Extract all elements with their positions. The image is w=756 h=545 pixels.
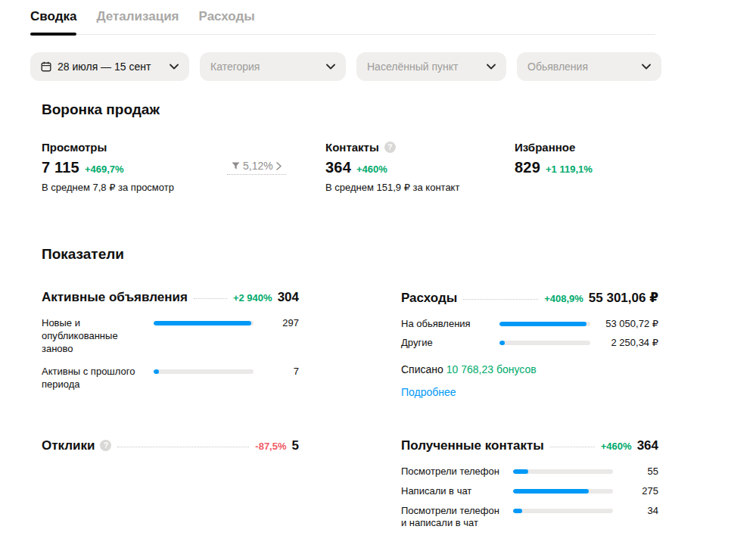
- date-range-label: 28 июля — 15 сент: [58, 61, 151, 73]
- listings-filter-label: Обьявления: [527, 61, 588, 73]
- card-expenses-value: 55 301,06 ₽: [589, 290, 658, 306]
- bar-row-value: 34: [622, 505, 658, 516]
- bar-fill: [513, 489, 589, 494]
- metric-views: Просмотры 7 115 +469,7% В среднем 7,8 ₽ …: [42, 141, 227, 193]
- metric-contacts-delta: +460%: [356, 164, 387, 175]
- bar-row-label: Активны с прошлого периода: [42, 366, 154, 391]
- location-filter[interactable]: Населённый пункт: [356, 52, 506, 81]
- bar-row-label: Новые и опубликованные заново: [42, 317, 154, 356]
- bar-row-value: 7: [263, 366, 299, 377]
- funnel-metrics: Просмотры 7 115 +469,7% В среднем 7,8 ₽ …: [42, 141, 756, 193]
- metric-contacts-caption: В среднем 151,9 ₽ за контакт: [325, 182, 515, 193]
- bar-track: [499, 341, 590, 345]
- card-responses: Отклики ? -87,5% 5: [42, 438, 299, 531]
- calendar-icon: [41, 61, 51, 72]
- dotted-leader: [194, 298, 227, 299]
- card-received-contacts-title: Полученные контакты: [401, 438, 544, 453]
- bar-fill: [513, 509, 522, 513]
- filters-bar: 28 июля — 15 сент Категория Населённый п…: [30, 52, 756, 81]
- metric-favorites-delta: +1 119,1%: [546, 164, 593, 175]
- bar-fill: [154, 369, 159, 374]
- bar-row-other-expenses: Другие 2 250,34 ₽: [401, 337, 658, 350]
- metric-favorites: Избранное 829 +1 119,1%: [515, 141, 593, 193]
- card-responses-delta: -87,5%: [255, 441, 286, 452]
- bar-row-viewed-phone: Посмотрели телефон 55: [401, 466, 658, 478]
- bar-track: [513, 469, 613, 474]
- bar-row-value: 55: [622, 466, 658, 477]
- question-icon[interactable]: ?: [384, 142, 396, 153]
- metric-contacts: Контакты ? 364 +460% В среднем 151,9 ₽ з…: [325, 141, 515, 193]
- bar-row-value: 2 250,34 ₽: [599, 337, 658, 348]
- listings-filter[interactable]: Обьявления: [517, 52, 661, 81]
- bar-track: [154, 321, 254, 325]
- tab-details[interactable]: Детализация: [96, 9, 179, 34]
- details-link[interactable]: Подробнее: [401, 386, 456, 398]
- dotted-leader: [463, 299, 538, 300]
- metric-contacts-label: Контакты: [325, 141, 379, 154]
- chevron-down-icon: [170, 64, 179, 70]
- bar-fill: [513, 469, 528, 474]
- bar-row-viewed-and-wrote: Посмотрели телефон и написали в чат 34: [401, 505, 658, 531]
- metric-contacts-value: 364: [325, 159, 351, 176]
- metric-views-delta: +469,7%: [85, 164, 124, 175]
- card-active-listings-delta: +2 940%: [233, 292, 272, 304]
- card-received-contacts-value: 364: [637, 438, 658, 453]
- date-range-filter[interactable]: 28 июля — 15 сент: [30, 52, 189, 81]
- card-expenses-title: Расходы: [401, 291, 457, 306]
- card-responses-value: 5: [292, 438, 299, 453]
- bar-row-value: 297: [263, 317, 299, 329]
- metric-views-caption: В среднем 7,8 ₽ за просмотр: [42, 182, 227, 193]
- category-filter-label: Категория: [210, 61, 260, 73]
- indicator-cards: Активные объявления +2 940% 304 Новые и …: [42, 290, 756, 530]
- question-icon[interactable]: ?: [100, 440, 111, 451]
- tab-expenses[interactable]: Расходы: [199, 9, 255, 34]
- bar-row-wrote-chat: Написали в чат 275: [401, 485, 658, 498]
- bar-row-label: Написали в чат: [401, 485, 513, 498]
- metric-favorites-value: 829: [515, 159, 540, 176]
- metric-favorites-label: Избранное: [515, 141, 593, 154]
- analytics-page: Сводка Детализация Расходы 28 июля — 15 …: [0, 9, 756, 545]
- funnel-icon: [232, 162, 240, 170]
- metric-views-label: Просмотры: [42, 141, 227, 154]
- bar-track: [499, 322, 590, 326]
- bar-row-active-previous: Активны с прошлого периода 7: [42, 366, 299, 391]
- card-received-contacts-delta: +460%: [601, 441, 632, 452]
- bar-row-label: Посмотрели телефон: [401, 466, 513, 478]
- card-responses-title-wrap: Отклики ?: [42, 438, 111, 453]
- funnel-section-title: Воронка продаж: [42, 101, 756, 118]
- bar-row-value: 53 050,72 ₽: [599, 318, 658, 329]
- indicators-section-title: Показатели: [42, 246, 756, 263]
- conversion-wrap: 5,12%: [227, 141, 325, 193]
- bar-row-on-listings: На обьявления 53 050,72 ₽: [401, 318, 658, 331]
- dotted-leader: [550, 447, 595, 447]
- card-expenses-delta: +408,9%: [544, 293, 583, 304]
- bar-track: [513, 509, 613, 513]
- bonuses-note-prefix: Списано: [401, 363, 443, 375]
- location-filter-label: Населённый пункт: [367, 61, 458, 73]
- category-filter[interactable]: Категория: [200, 52, 346, 81]
- bar-row-label: Другие: [401, 337, 499, 350]
- card-expenses: Расходы +408,9% 55 301,06 ₽ На обьявлени…: [401, 290, 658, 399]
- chevron-down-icon: [487, 64, 496, 70]
- conversion-rate[interactable]: 5,12%: [227, 159, 286, 175]
- tab-summary[interactable]: Сводка: [30, 9, 76, 34]
- bar-row-value: 275: [622, 485, 658, 497]
- bar-track: [154, 369, 254, 374]
- bar-row-label: На обьявления: [401, 318, 499, 331]
- card-received-contacts: Полученные контакты +460% 364 Посмотрели…: [401, 438, 658, 531]
- conversion-rate-value: 5,12%: [243, 160, 273, 172]
- bar-track: [513, 489, 613, 494]
- bar-fill: [154, 321, 251, 325]
- dotted-leader: [117, 447, 249, 447]
- card-active-listings-title: Активные объявления: [42, 290, 188, 305]
- card-responses-title: Отклики: [42, 438, 95, 453]
- chevron-right-icon: [276, 162, 282, 170]
- bar-row-new-listings: Новые и опубликованные заново 297: [42, 317, 299, 356]
- card-active-listings: Активные объявления +2 940% 304 Новые и …: [42, 290, 299, 399]
- metric-views-value: 7 115: [42, 159, 79, 176]
- bar-fill: [499, 322, 586, 326]
- bar-fill: [499, 341, 505, 345]
- chevron-down-icon: [326, 64, 335, 70]
- card-active-listings-value: 304: [278, 290, 299, 305]
- bonuses-note: Списано 10 768,23 бонусов: [401, 363, 658, 375]
